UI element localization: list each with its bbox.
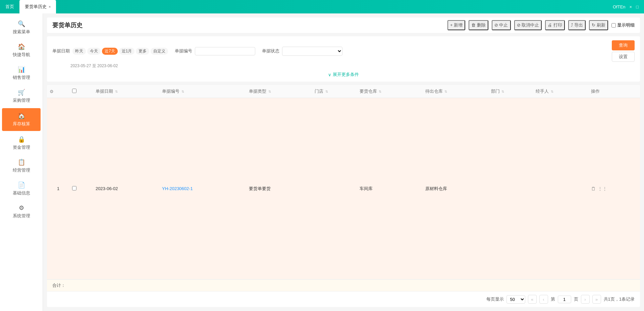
- tab-home-label: 首页: [5, 4, 14, 10]
- tab-list: 首页 要货单历史 ×: [0, 0, 56, 13]
- cell-doctype: 要货单要货: [246, 98, 312, 279]
- quick-btn-today[interactable]: 今天: [87, 48, 101, 55]
- new-button[interactable]: + 新增: [447, 20, 465, 30]
- filter-group-docno: 单据编号: [175, 47, 255, 55]
- page-size-select[interactable]: 50 100 200: [506, 295, 525, 304]
- column-settings-icon[interactable]: ⚙: [50, 89, 54, 94]
- filter-settings-button[interactable]: 设置: [612, 52, 635, 62]
- sidebar-item-basic-info[interactable]: 📄 基础信息: [0, 177, 43, 200]
- quick-btn-7days[interactable]: 近7天: [102, 48, 118, 55]
- sort-icon-date[interactable]: ⇅: [115, 90, 118, 93]
- quick-btn-yesterday[interactable]: 昨天: [72, 48, 86, 55]
- th-store-label: 门店: [315, 89, 323, 94]
- summary-label: 合计：: [52, 283, 65, 288]
- doc-status-select[interactable]: [282, 47, 342, 56]
- sort-icon-req-warehouse[interactable]: ⇅: [379, 90, 381, 93]
- expand-more-btn[interactable]: ∨ 展开更多条件: [52, 72, 635, 78]
- sidebar-item-inventory[interactable]: 🏠 库存核算: [2, 108, 41, 131]
- view-icon[interactable]: 🗒: [591, 186, 596, 191]
- doc-date-label: 单据日期: [52, 48, 70, 54]
- quick-btn-custom[interactable]: 自定义: [151, 48, 168, 55]
- doc-no-input[interactable]: [195, 47, 255, 55]
- top-bar-brand: OfTEn: [613, 4, 626, 9]
- th-operation-label: 操作: [591, 89, 600, 94]
- print-button[interactable]: 🖨 打印: [545, 20, 565, 30]
- next-page-icon: ›: [584, 297, 586, 302]
- last-page-btn[interactable]: »: [592, 295, 601, 304]
- filter-group-date: 单据日期 昨天 今天 近7天 近1月 更多 自定义: [52, 48, 168, 55]
- sort-icon-handler[interactable]: ⇅: [551, 90, 553, 93]
- top-bar-minimize[interactable]: □: [636, 4, 639, 9]
- query-button[interactable]: 查询: [612, 40, 635, 50]
- doc-no-label: 单据编号: [175, 48, 192, 54]
- filter-row-1: 单据日期 昨天 今天 近7天 近1月 更多 自定义 单据编号: [52, 40, 635, 62]
- data-table: ⚙ 单据日期 ⇅ 单据编号 ⇅: [47, 85, 640, 279]
- cell-handler: [533, 98, 588, 279]
- table-header-row: ⚙ 单据日期 ⇅ 单据编号 ⇅: [47, 85, 640, 98]
- quick-btn-1month[interactable]: 近1月: [119, 48, 135, 55]
- sidebar-item-search-menu-label: 搜索菜单: [13, 29, 30, 35]
- sidebar-item-search-menu[interactable]: 🔍 搜索菜单: [0, 16, 43, 39]
- sidebar-item-finance-mgmt[interactable]: 🔒 资金管理: [0, 132, 43, 154]
- delete-button[interactable]: 🗑 删除: [469, 20, 488, 30]
- main-layout: 🔍 搜索菜单 🏠 快捷导航 📊 销售管理 🛒 采购管理 🏠 库存核算 🔒 资金管…: [0, 13, 644, 311]
- tab-home[interactable]: 首页: [0, 0, 19, 13]
- stop-button[interactable]: ⊘ 中止: [492, 20, 511, 30]
- more-icon[interactable]: ⋮⋮: [598, 186, 607, 191]
- first-page-btn[interactable]: «: [528, 295, 537, 304]
- total-info: 共1页，1条记录: [604, 296, 635, 302]
- th-doc-no-label: 单据编号: [162, 89, 179, 94]
- tab-close-icon[interactable]: ×: [49, 5, 51, 9]
- finance-mgmt-icon: 🔒: [18, 136, 25, 143]
- page-jump-label: 第: [551, 296, 555, 302]
- next-page-btn[interactable]: ›: [581, 295, 590, 304]
- sort-icon-store[interactable]: ⇅: [325, 90, 328, 93]
- th-pending-warehouse-label: 待出仓库: [425, 89, 443, 94]
- top-bar-close[interactable]: ×: [630, 4, 632, 9]
- system-mgmt-icon: ⚙: [19, 204, 24, 212]
- table-container: ⚙ 单据日期 ⇅ 单据编号 ⇅: [47, 85, 640, 307]
- top-bar: 首页 要货单历史 × OfTEn × □: [0, 0, 644, 13]
- sort-icon-dept[interactable]: ⇅: [501, 90, 504, 93]
- th-doc-type-label: 单据类型: [249, 89, 266, 94]
- select-all-checkbox[interactable]: [72, 89, 76, 93]
- doc-status-label: 单据状态: [262, 48, 279, 54]
- sort-icon-doctype[interactable]: ⇅: [268, 90, 271, 93]
- quick-btn-more[interactable]: 更多: [136, 48, 149, 55]
- sidebar-item-sales-mgmt[interactable]: 📊 销售管理: [0, 62, 43, 85]
- op-icons: 🗒 ⋮⋮: [591, 186, 637, 191]
- inventory-icon: 🏠: [18, 112, 25, 120]
- th-settings: ⚙: [47, 85, 69, 98]
- table-footer-summary: 合计：: [47, 279, 640, 291]
- doc-no-link[interactable]: YH-20230602-1: [162, 186, 193, 191]
- th-doc-date: 单据日期 ⇅: [93, 85, 159, 98]
- export-button[interactable]: ⤴ 导出: [568, 20, 586, 30]
- show-detail-checkbox[interactable]: [611, 23, 616, 28]
- sidebar-item-operation-mgmt[interactable]: 📋 经营管理: [0, 154, 43, 177]
- tab-requisition-history-label: 要货单历史: [25, 4, 47, 10]
- sidebar-item-system-mgmt[interactable]: ⚙ 系统管理: [0, 200, 43, 223]
- date-range-text: 2023-05-27 至 2023-06-02: [70, 63, 118, 68]
- page-input[interactable]: [558, 296, 571, 303]
- row-checkbox[interactable]: [72, 186, 76, 190]
- table-row: 1 2023-06-02 YH-20230602-1 要货单要货 车间库 原材料…: [47, 98, 640, 279]
- th-doc-type: 单据类型 ⇅: [246, 85, 312, 98]
- tab-requisition-history[interactable]: 要货单历史 ×: [19, 0, 56, 13]
- refresh-button[interactable]: ↻ 刷新: [589, 20, 608, 30]
- sidebar-item-purchase-mgmt-label: 采购管理: [13, 97, 30, 103]
- show-detail-checkbox-label[interactable]: 显示明细: [611, 22, 635, 28]
- sort-icon-pending-warehouse[interactable]: ⇅: [444, 90, 447, 93]
- sidebar-item-inventory-label: 库存核算: [13, 121, 30, 127]
- cancel-stop-button[interactable]: ⊘ 取消中止: [514, 20, 542, 30]
- sidebar-item-purchase-mgmt[interactable]: 🛒 采购管理: [0, 85, 43, 107]
- cell-docno: YH-20230602-1: [159, 98, 246, 279]
- prev-page-btn[interactable]: ‹: [539, 295, 548, 304]
- cell-req-warehouse: 车间库: [357, 98, 423, 279]
- sidebar-item-quick-nav[interactable]: 🏠 快捷导航: [0, 39, 43, 62]
- filter-actions: 查询 设置: [612, 40, 635, 62]
- th-req-warehouse: 要货仓库 ⇅: [357, 85, 423, 98]
- th-handler: 经手人 ⇅: [533, 85, 588, 98]
- sidebar-item-operation-mgmt-label: 经营管理: [13, 167, 30, 173]
- sidebar-item-system-mgmt-label: 系统管理: [13, 213, 30, 219]
- sort-icon-docno[interactable]: ⇅: [181, 90, 184, 93]
